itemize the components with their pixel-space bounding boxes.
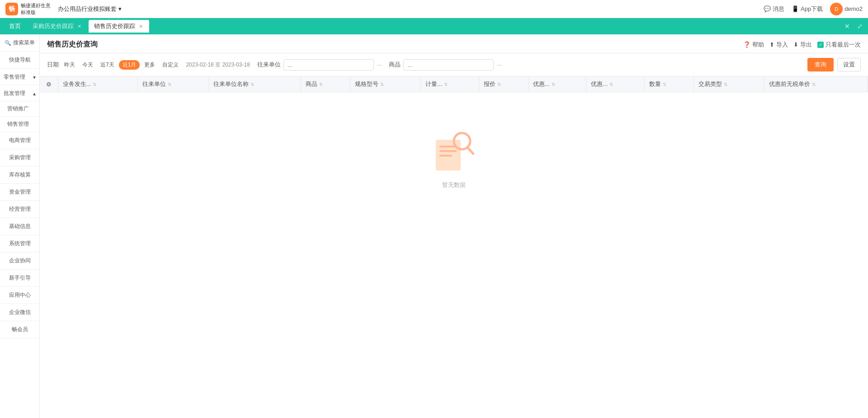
app-download-button[interactable]: 📱 App下载	[792, 5, 823, 13]
product-filter-group: 商品 ···	[389, 59, 502, 71]
export-button[interactable]: ⬇ 导出	[793, 41, 812, 49]
close-tab-button[interactable]: ✕	[843, 21, 852, 32]
import-icon: ⬆	[769, 41, 774, 48]
message-icon: 💬	[764, 5, 771, 12]
query-button[interactable]: 查询	[807, 58, 834, 71]
sidebar-item-system[interactable]: 系统管理	[0, 235, 39, 252]
user-menu[interactable]: D demo2	[830, 3, 863, 15]
import-button[interactable]: ⬆ 导入	[769, 41, 788, 49]
sidebar-item-shortcut[interactable]: 快捷导航	[0, 52, 39, 69]
sidebar-item-member[interactable]: 畅会员	[0, 321, 39, 338]
svg-line-5	[467, 147, 473, 154]
sidebar-item-retail[interactable]: 零售管理 ▾	[0, 69, 39, 85]
sidebar-item-inventory[interactable]: 库存核算	[0, 166, 39, 184]
main-layout: 🔍 搜索菜单 快捷导航 零售管理 ▾ 批发管理 ▴ 营销推广 销售管理 电商管理…	[0, 34, 868, 418]
table-header-row: ⚙ 业务发生... ⇅ 往来单位 ⇅	[40, 76, 868, 92]
th-spec[interactable]: 规格型号 ⇅	[350, 76, 421, 92]
sidebar-item-search[interactable]: 🔍 搜索菜单	[0, 34, 39, 52]
help-button[interactable]: ❓ 帮助	[743, 41, 764, 49]
product-picker-button[interactable]: ···	[496, 61, 502, 68]
help-icon: ❓	[743, 41, 750, 48]
sidebar-item-marketing[interactable]: 营销推广	[0, 101, 39, 117]
page-header: 销售历史价查询 ❓ 帮助 ⬆ 导入 ⬇ 导出 ✓ 只看最后一次	[40, 34, 868, 53]
home-tab-label: 首页	[9, 22, 21, 30]
message-button[interactable]: 💬 消息	[764, 5, 784, 13]
tab-bar-actions: ✕ ⤢	[843, 21, 864, 32]
sidebar-item-sales-mgmt[interactable]: 销售管理	[0, 117, 39, 132]
sort-icon: ⇅	[93, 82, 96, 87]
tab-home[interactable]: 首页	[4, 20, 26, 33]
unit-filter-group: 往来单位 ···	[257, 59, 382, 71]
logo-icon: 畅	[5, 3, 18, 15]
sort-icon: ⇅	[168, 82, 171, 87]
th-unit-code[interactable]: 往来单位 ⇅	[138, 76, 209, 92]
last-only-checkbox-group: ✓ 只看最后一次	[817, 41, 861, 49]
tab-sales-history[interactable]: 销售历史价跟踪 ✕	[89, 20, 149, 33]
sidebar-item-ecommerce[interactable]: 电商管理	[0, 132, 39, 149]
tab-bar: 首页 采购历史价跟踪 ✕ 销售历史价跟踪 ✕ ✕ ⤢	[0, 18, 868, 34]
empty-illustration	[431, 128, 476, 174]
sidebar-item-enterprise[interactable]: 企业协同	[0, 252, 39, 270]
sidebar-item-newbie[interactable]: 新手引导	[0, 270, 39, 287]
product-input[interactable]	[403, 59, 494, 71]
th-unit[interactable]: 计量... ⇅	[421, 76, 479, 92]
empty-svg-icon	[431, 128, 476, 174]
th-discount2[interactable]: 优惠... ⇅	[586, 76, 645, 92]
th-qty[interactable]: 数量 ⇅	[645, 76, 694, 92]
unit-label: 往来单位	[257, 61, 281, 69]
sales-history-tab-label: 销售历史价跟踪	[94, 22, 135, 30]
th-quote[interactable]: 报价 ⇅	[479, 76, 528, 92]
filter-settings-button[interactable]: 设置	[837, 58, 861, 71]
svg-rect-3	[439, 155, 452, 157]
date-btn-custom[interactable]: 自定义	[160, 60, 181, 70]
sidebar-item-basic-info[interactable]: 基础信息	[0, 218, 39, 235]
th-discount1[interactable]: 优惠... ⇅	[528, 76, 586, 92]
search-icon: 🔍	[5, 40, 11, 46]
sidebar-item-wholesale[interactable]: 批发管理 ▴	[0, 85, 39, 101]
purchase-history-tab-label: 采购历史价跟踪	[33, 22, 74, 30]
empty-row: 暂无数据	[40, 92, 868, 226]
th-pretax-price[interactable]: 优惠前无税单价 ⇅	[764, 76, 868, 92]
sort-icon: ⇅	[812, 82, 816, 87]
sidebar-item-purchase[interactable]: 采购管理	[0, 149, 39, 166]
th-biz-date[interactable]: 业务发生... ⇅	[58, 76, 138, 92]
settings-icon[interactable]: ⚙	[46, 81, 52, 88]
chevron-down-icon: ▾	[118, 5, 122, 12]
content-area: 销售历史价查询 ❓ 帮助 ⬆ 导入 ⬇ 导出 ✓ 只看最后一次	[40, 34, 868, 418]
sort-icon: ⇅	[319, 82, 323, 87]
sidebar-item-finance[interactable]: 资金管理	[0, 184, 39, 201]
filter-actions: 查询 设置	[807, 58, 861, 71]
table-container: ⚙ 业务发生... ⇅ 往来单位 ⇅	[40, 76, 868, 418]
th-unit-name[interactable]: 往来单位名称 ⇅	[208, 76, 301, 92]
date-btn-7days[interactable]: 近7天	[98, 60, 117, 70]
sidebar-item-app-center[interactable]: 应用中心	[0, 287, 39, 304]
sidebar-item-operations[interactable]: 经营管理	[0, 201, 39, 218]
logo-text: 畅捷通好生意 标准版	[21, 2, 51, 15]
table-header: ⚙ 业务发生... ⇅ 往来单位 ⇅	[40, 76, 868, 92]
last-only-checkbox[interactable]: ✓	[817, 42, 824, 48]
date-label: 日期	[47, 61, 59, 69]
date-quick-btns: 昨天 今天 近7天 近1月 更多 自定义	[61, 60, 181, 70]
data-table: ⚙ 业务发生... ⇅ 往来单位 ⇅	[40, 76, 868, 225]
export-icon: ⬇	[793, 41, 798, 48]
filter-bar: 日期 昨天 今天 近7天 近1月 更多 自定义 2023-02-18 至 202…	[40, 53, 868, 76]
sales-history-tab-close[interactable]: ✕	[138, 23, 144, 30]
svg-point-6	[457, 136, 460, 139]
date-btn-today[interactable]: 今天	[80, 60, 96, 70]
tab-purchase-history[interactable]: 采购历史价跟踪 ✕	[27, 20, 88, 33]
th-settings[interactable]: ⚙	[40, 76, 58, 92]
unit-input[interactable]	[283, 59, 374, 71]
maximize-button[interactable]: ⤢	[855, 21, 864, 32]
table-body: 暂无数据	[40, 92, 868, 226]
date-btn-more[interactable]: 更多	[142, 60, 158, 70]
date-btn-1month[interactable]: 近1月	[119, 60, 140, 70]
sort-icon: ⇅	[609, 82, 613, 87]
purchase-history-tab-close[interactable]: ✕	[76, 23, 82, 30]
sidebar-item-corp-wechat[interactable]: 企业微信	[0, 304, 39, 321]
th-trade-type[interactable]: 交易类型 ⇅	[693, 76, 764, 92]
th-product[interactable]: 商品 ⇅	[301, 76, 350, 92]
date-btn-yesterday[interactable]: 昨天	[61, 60, 78, 70]
unit-picker-button[interactable]: ···	[377, 61, 382, 68]
sort-icon: ⇅	[380, 82, 384, 87]
app-selector[interactable]: 办公用品行业模拟账套 ▾	[54, 3, 125, 15]
